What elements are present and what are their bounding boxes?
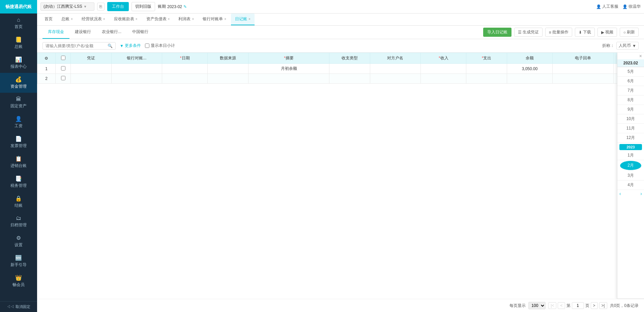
sidebar-item-fixed[interactable]: 🏛 固定资产 xyxy=(0,93,37,112)
workbench-button[interactable]: 工作台 xyxy=(107,2,129,11)
tab-bizstatus-close[interactable]: × xyxy=(103,17,105,21)
sidebar-item-tax[interactable]: 📑 税务管理 xyxy=(0,172,37,192)
per-page-select[interactable]: 100 50 200 xyxy=(528,302,546,309)
tab-home[interactable]: 首页 xyxy=(40,13,57,25)
period-edit-icon[interactable]: ✎ xyxy=(183,4,187,9)
cell-counterpart xyxy=(370,64,420,74)
cell-rownum: 1 xyxy=(37,64,56,74)
tab-receivable-close[interactable]: × xyxy=(136,17,138,21)
page-nav: |< < 第 页 > >| xyxy=(548,302,607,309)
sidebar-item-ledger[interactable]: 📒 总账 xyxy=(0,33,37,53)
cell-date xyxy=(162,64,208,74)
sidebar-item-member[interactable]: 👑 畅会员 xyxy=(0,271,37,291)
batch-op-icon: ≡ xyxy=(549,30,551,35)
sidebar-item-label: 首页 xyxy=(14,24,23,30)
sidebar-item-label: 固定资产 xyxy=(10,103,27,109)
import-journal-button[interactable]: 导入日记账 xyxy=(483,28,511,37)
select-all-checkbox[interactable] xyxy=(61,56,65,60)
salespurchase-icon: 📋 xyxy=(15,155,22,162)
panel-month-7[interactable]: 7月 xyxy=(617,86,644,95)
page-of-label: 页 xyxy=(585,303,589,309)
tab-assets[interactable]: 资产负债表 × xyxy=(142,13,174,25)
topbar: (勿动）江西腾宝-LSS ▼ ⎘ 工作台 切到旧版 账期 2023-02 ✎ 👤… xyxy=(37,0,644,13)
panel-close-button[interactable]: × xyxy=(617,53,644,59)
cell-check[interactable] xyxy=(56,64,71,74)
sidebar-item-label: 归档管理 xyxy=(10,222,27,228)
cell-type xyxy=(329,74,370,84)
company-name: (勿动）江西腾宝-LSS xyxy=(43,4,82,9)
refresh-icon: ○ xyxy=(623,30,626,35)
bank-tab-cash[interactable]: 库存现金 xyxy=(42,26,69,39)
batch-op-button[interactable]: ≡ 批量操作 xyxy=(545,28,572,37)
refresh-button[interactable]: ○ 刷新 xyxy=(620,28,639,37)
panel-month-1[interactable]: 1月 xyxy=(617,151,644,160)
show-daily-toggle[interactable]: 显示本日小计 xyxy=(145,43,175,49)
sidebar-item-salespurchase[interactable]: 📋 进销台账 xyxy=(0,152,37,172)
panel-month-4[interactable]: 4月 xyxy=(617,180,644,190)
service-button[interactable]: 👤 人工客服 xyxy=(596,4,618,9)
col-header-check[interactable] xyxy=(56,53,71,64)
sidebar-item-closing[interactable]: 🔒 结账 xyxy=(0,192,37,212)
bank-tab-construction[interactable]: 建设银行 xyxy=(69,26,96,39)
sidebar-item-archive[interactable]: 🗂 归档管理 xyxy=(0,212,37,231)
sidebar-item-home[interactable]: ⌂ 首页 xyxy=(0,13,37,33)
date-picker-panel: × 2023.02 5月 6月 7月 8月 9月 10月 11月 12月 202… xyxy=(617,53,644,299)
page-first-button[interactable]: |< xyxy=(548,302,556,309)
tab-assets-close[interactable]: × xyxy=(168,17,170,21)
tab-ledger[interactable]: 总账 × xyxy=(57,13,77,25)
sidebar-item-invoice[interactable]: 📄 发票管理 xyxy=(0,132,37,152)
journal-table-wrap: ⚙ 凭证 银行对账... *日期 数据来源 *摘要 收支类型 对方户名 *收入 … xyxy=(37,53,644,299)
panel-prev-button[interactable]: ‹ xyxy=(619,191,621,196)
download-button[interactable]: ⬇ 下载 xyxy=(575,28,595,37)
panel-month-2-active[interactable]: 2月 xyxy=(620,161,641,170)
tab-receivable[interactable]: 应收账款表 × xyxy=(110,13,142,25)
user-menu[interactable]: 👤 徐温华 xyxy=(622,4,641,9)
tab-journal[interactable]: 日记账 × xyxy=(231,13,255,25)
tab-journal-close[interactable]: × xyxy=(248,17,251,21)
page-last-button[interactable]: >| xyxy=(599,302,607,309)
bank-tab-china[interactable]: 中国银行 xyxy=(127,26,154,39)
company-selector[interactable]: (勿动）江西腾宝-LSS ▼ xyxy=(40,2,94,11)
panel-month-6[interactable]: 6月 xyxy=(617,77,644,86)
sidebar-item-reports[interactable]: 📊 报表中心 xyxy=(0,53,37,73)
panel-next-button[interactable]: › xyxy=(640,191,642,196)
panel-month-9[interactable]: 9月 xyxy=(617,105,644,114)
bank-tab-agriculture[interactable]: 农业银行... xyxy=(96,26,127,39)
page-input[interactable] xyxy=(572,302,584,309)
sidebar-item-guide[interactable]: 🆕 新手引导 xyxy=(0,251,37,271)
pin-toggle[interactable]: ◁◁ 取消固定 xyxy=(0,301,37,312)
panel-month-11[interactable]: 11月 xyxy=(617,124,644,133)
tab-ledger-label: 总账 xyxy=(61,16,69,22)
sidebar-item-cashier[interactable]: 💰 资金管理 xyxy=(0,73,37,93)
old-version-button[interactable]: 切到旧版 xyxy=(131,2,155,11)
tab-bizstatus[interactable]: 经营状况表 × xyxy=(78,13,109,25)
tab-home-label: 首页 xyxy=(45,16,53,22)
gen-voucher-button[interactable]: ☰ 生成凭证 xyxy=(514,28,543,37)
show-daily-checkbox[interactable] xyxy=(145,44,149,48)
tab-bankrec[interactable]: 银行对账单 × xyxy=(199,13,230,25)
video-button[interactable]: ▶ 视频 xyxy=(597,28,617,37)
cell-summary xyxy=(248,74,329,84)
currency-switch[interactable]: 人民币 ▼ xyxy=(616,42,639,50)
page-prev-button[interactable]: < xyxy=(558,302,565,309)
panel-month-3[interactable]: 3月 xyxy=(617,171,644,180)
copy-button[interactable]: ⎘ xyxy=(97,3,105,10)
tab-journal-label: 日记账 xyxy=(235,16,247,22)
more-conditions-button[interactable]: ▼ 更多条件 xyxy=(120,43,141,49)
sidebar-item-settings[interactable]: ⚙ 设置 xyxy=(0,231,37,251)
tab-ledger-close[interactable]: × xyxy=(71,17,73,21)
cell-check[interactable] xyxy=(56,74,71,84)
panel-month-12[interactable]: 12月 xyxy=(617,133,644,143)
sidebar-item-wage[interactable]: 👤 工资 xyxy=(0,112,37,132)
search-input[interactable] xyxy=(46,44,106,48)
tab-profit[interactable]: 利润表 × xyxy=(174,13,198,25)
panel-month-10[interactable]: 10月 xyxy=(617,114,644,124)
tab-bankrec-close[interactable]: × xyxy=(224,17,226,21)
settings-icon: ⚙ xyxy=(16,235,21,241)
search-icon[interactable]: 🔍 xyxy=(108,44,113,48)
tab-profit-close[interactable]: × xyxy=(192,17,194,21)
panel-month-5[interactable]: 5月 xyxy=(617,67,644,77)
col-header-settings[interactable]: ⚙ xyxy=(37,53,56,64)
page-next-button[interactable]: > xyxy=(591,302,598,309)
panel-month-8[interactable]: 8月 xyxy=(617,95,644,105)
